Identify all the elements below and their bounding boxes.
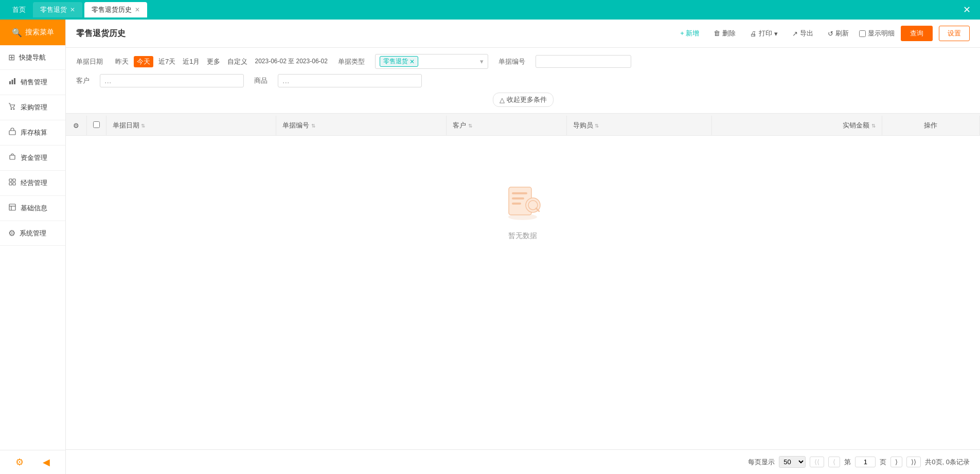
- goods-label: 商品: [254, 76, 268, 85]
- goods-filter-select[interactable]: ...: [278, 74, 422, 87]
- query-button[interactable]: 查询: [901, 26, 933, 41]
- sidebar: 🔍 搜索菜单 ⊞ 快捷导航 销售管理 采购管理: [0, 20, 66, 474]
- system-icon: ⚙: [8, 228, 15, 238]
- col-guide-sort-icon: ⇅: [595, 123, 599, 129]
- collapse-label: 收起更多条件: [507, 95, 547, 104]
- export-label: 导出: [800, 29, 813, 38]
- sidebar-item-inventory[interactable]: 库存核算: [0, 120, 65, 145]
- date-option-1month[interactable]: 近1月: [181, 56, 202, 67]
- page-last-button[interactable]: ⟩⟩: [906, 457, 921, 467]
- date-option-7days[interactable]: 近7天: [156, 56, 177, 67]
- refresh-icon: ↺: [828, 30, 833, 38]
- col-action: 操作: [882, 116, 979, 136]
- sidebar-item-finance[interactable]: 资金管理: [0, 145, 65, 171]
- search-icon: 🔍: [12, 28, 22, 38]
- tab-retail-return-close[interactable]: ✕: [70, 6, 75, 13]
- tab-home[interactable]: 首页: [5, 2, 33, 17]
- customer-filter-select[interactable]: ...: [100, 74, 244, 87]
- sidebar-item-base-label: 基础信息: [21, 204, 47, 213]
- collapse-button[interactable]: △ 收起更多条件: [493, 93, 554, 107]
- sidebar-item-sales-label: 销售管理: [21, 78, 47, 87]
- tab-bar: 首页 零售退货 ✕ 零售退货历史 ✕ ✕: [0, 0, 980, 20]
- table-header-row: ⚙ 单据日期 ⇅ 单据编号 ⇅ 客户: [66, 116, 980, 136]
- window-close-icon[interactable]: ✕: [959, 4, 975, 15]
- type-filter-arrow-icon: ▾: [480, 58, 484, 65]
- sidebar-search[interactable]: 🔍 搜索菜单: [0, 20, 65, 45]
- svg-rect-10: [13, 183, 15, 185]
- sidebar-item-quick-nav-label: 快捷导航: [19, 53, 46, 62]
- svg-rect-0: [9, 81, 11, 84]
- show-detail-checkbox[interactable]: [859, 30, 866, 37]
- col-settings[interactable]: ⚙: [66, 116, 86, 136]
- sidebar-item-purchase-label: 采购管理: [21, 103, 47, 112]
- date-option-custom[interactable]: 自定义: [225, 56, 250, 67]
- show-detail-label: 显示明细: [859, 29, 895, 38]
- date-range-display: 2023-06-02 至 2023-06-02: [255, 57, 327, 66]
- svg-rect-8: [13, 179, 15, 181]
- date-filter-label: 单据日期: [76, 57, 103, 66]
- empty-state-icon: [500, 177, 546, 223]
- empty-row: 暂无数据: [66, 136, 980, 282]
- col-amount[interactable]: 实销金额 ⇅: [711, 116, 882, 136]
- sidebar-item-base[interactable]: 基础信息: [0, 196, 65, 221]
- page-next-button[interactable]: ⟩: [890, 457, 902, 467]
- date-option-yesterday[interactable]: 昨天: [113, 56, 131, 67]
- setting-button[interactable]: 设置: [939, 26, 970, 41]
- sidebar-item-operation[interactable]: 经营管理: [0, 171, 65, 196]
- finance-icon: [8, 153, 16, 163]
- type-filter-tag: 零售退货 ✕: [380, 56, 418, 67]
- sidebar-item-quick-nav[interactable]: ⊞ 快捷导航: [0, 45, 65, 70]
- col-customer[interactable]: 客户 ⇅: [446, 116, 566, 136]
- col-guide-label: 导购员: [573, 121, 593, 129]
- new-button[interactable]: + 新增: [676, 27, 703, 40]
- export-button[interactable]: ↗ 导出: [788, 27, 817, 40]
- bill-no-input[interactable]: [536, 55, 631, 68]
- tab-retail-return-history-close[interactable]: ✕: [135, 6, 140, 13]
- type-filter-select[interactable]: 零售退货 ✕ ▾: [375, 54, 488, 69]
- page-label: 第: [844, 458, 851, 467]
- export-icon: ↗: [792, 30, 798, 38]
- settings-bottom-icon[interactable]: ⚙: [15, 457, 24, 468]
- sidebar-item-sales[interactable]: 销售管理: [0, 70, 65, 95]
- delete-button[interactable]: 🗑 删除: [709, 27, 740, 40]
- print-button[interactable]: 🖨 打印 ▾: [746, 27, 782, 40]
- type-tag-close[interactable]: ✕: [409, 58, 415, 65]
- page-title: 零售退货历史: [76, 28, 126, 39]
- date-option-today[interactable]: 今天: [134, 56, 153, 67]
- svg-rect-1: [12, 80, 13, 84]
- print-label: 打印: [759, 29, 772, 38]
- tab-retail-return-history[interactable]: 零售退货历史 ✕: [84, 2, 147, 17]
- tab-retail-return[interactable]: 零售退货 ✕: [33, 2, 82, 17]
- filter-area: 单据日期 昨天 今天 近7天 近1月 更多 自定义 2023-06-02 至 2…: [66, 48, 980, 114]
- sidebar-item-purchase[interactable]: 采购管理: [0, 95, 65, 120]
- refresh-label: 刷新: [835, 29, 849, 38]
- page-prev-button[interactable]: ⟨: [828, 457, 840, 467]
- svg-rect-5: [9, 131, 15, 135]
- col-date-label: 单据日期: [113, 121, 139, 129]
- page-size-select[interactable]: 10 20 50 100: [779, 456, 806, 468]
- tab-retail-return-label: 零售退货: [40, 5, 67, 14]
- sidebar-item-system[interactable]: ⚙ 系统管理: [0, 221, 65, 246]
- col-guide[interactable]: 导购员 ⇅: [566, 116, 711, 136]
- table-area: ⚙ 单据日期 ⇅ 单据编号 ⇅ 客户: [66, 116, 980, 449]
- date-option-more[interactable]: 更多: [205, 56, 222, 67]
- main-layout: 🔍 搜索菜单 ⊞ 快捷导航 销售管理 采购管理: [0, 20, 980, 474]
- page-unit: 页: [880, 458, 886, 467]
- pagination-bar: 每页显示 10 20 50 100 ⟨⟨ ⟨ 第 页 ⟩ ⟩⟩ 共0页, 0条记…: [66, 449, 980, 474]
- purchase-icon: [8, 102, 16, 113]
- svg-point-4: [13, 108, 15, 110]
- col-date[interactable]: 单据日期 ⇅: [106, 116, 276, 136]
- sidebar-item-operation-label: 经营管理: [21, 178, 47, 188]
- col-date-sort-icon: ⇅: [141, 123, 145, 129]
- col-amount-label: 实销金额: [843, 121, 869, 129]
- refresh-button[interactable]: ↺ 刷新: [824, 27, 853, 40]
- page-first-button[interactable]: ⟨⟨: [810, 457, 824, 467]
- collapse-sidebar-icon[interactable]: ◀: [43, 457, 50, 468]
- svg-rect-11: [9, 204, 15, 210]
- data-table: ⚙ 单据日期 ⇅ 单据编号 ⇅ 客户: [66, 116, 980, 282]
- page-header: 零售退货历史 + 新增 🗑 删除 🖨 打印 ▾ ↗ 导出 ↺ 刷新: [66, 20, 980, 48]
- col-checkbox: [86, 116, 106, 136]
- page-number-input[interactable]: [855, 457, 876, 467]
- select-all-checkbox[interactable]: [93, 121, 100, 128]
- col-bill-no[interactable]: 单据编号 ⇅: [276, 116, 447, 136]
